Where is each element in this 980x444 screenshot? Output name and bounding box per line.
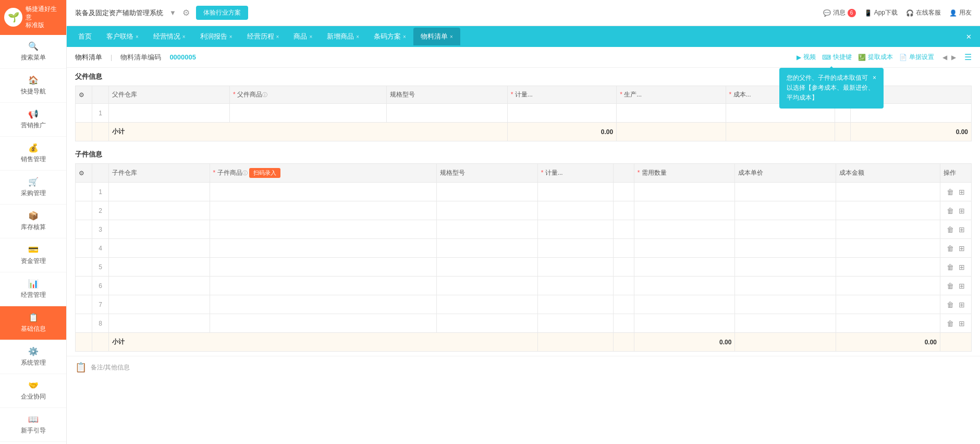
sidebar-item-system[interactable]: ⚙️系统管理 — [0, 340, 66, 374]
child-row-qty-3[interactable] — [634, 239, 735, 258]
trial-button[interactable]: 体验行业方案 — [196, 6, 248, 20]
child-row-qty-1[interactable] — [634, 201, 735, 220]
child-row-unit-4[interactable] — [537, 258, 613, 277]
child-row-unit-cost-4[interactable] — [735, 258, 836, 277]
tab-close-profit[interactable]: × — [229, 34, 232, 40]
child-row-unit-2[interactable] — [537, 220, 613, 239]
scan-button[interactable]: 扫码录入 — [249, 168, 280, 178]
child-row-product-2[interactable] — [210, 220, 437, 239]
sidebar-item-purchase[interactable]: 🛒采购管理 — [0, 171, 66, 205]
child-row-spec-2[interactable] — [437, 220, 538, 239]
sidebar-item-operations[interactable]: 📊经营管理 — [0, 272, 66, 306]
sidebar-item-basic-info[interactable]: 📋基础信息 — [0, 306, 66, 340]
system-dropdown-icon[interactable]: ▼ — [169, 9, 176, 17]
tab-customers[interactable]: 客户联络× — [99, 28, 146, 45]
gear-icon[interactable]: ⚙ — [79, 91, 84, 99]
child-row-unit-cost-0[interactable] — [735, 183, 836, 201]
child-row-unit-cost-3[interactable] — [735, 239, 836, 258]
copy-icon-7[interactable]: ⊞ — [959, 319, 965, 328]
child-gear-icon[interactable]: ⚙ — [79, 170, 84, 177]
parent-row-warehouse[interactable] — [109, 104, 230, 123]
child-row-warehouse-4[interactable] — [109, 258, 210, 277]
child-row-spec-7[interactable] — [437, 314, 538, 333]
child-row-product-4[interactable] — [210, 258, 437, 277]
copy-icon-1[interactable]: ⊞ — [959, 207, 965, 215]
copy-icon-6[interactable]: ⊞ — [959, 301, 965, 309]
copy-icon-2[interactable]: ⊞ — [959, 225, 965, 234]
child-row-warehouse-3[interactable] — [109, 239, 210, 258]
child-row-spec-0[interactable] — [437, 183, 538, 201]
child-row-product-0[interactable] — [210, 183, 437, 201]
tab-home[interactable]: 首页 — [71, 28, 99, 45]
user-item[interactable]: 👤 用友 — [949, 8, 972, 17]
parent-row-product[interactable] — [230, 104, 387, 123]
child-row-qty-4[interactable] — [634, 258, 735, 277]
child-row-unit-cost-5[interactable] — [735, 277, 836, 295]
list-view-icon[interactable]: ☰ — [964, 52, 972, 62]
tab-close-barcode[interactable]: × — [403, 34, 406, 40]
copy-icon-3[interactable]: ⊞ — [959, 244, 965, 253]
child-row-spec-4[interactable] — [437, 258, 538, 277]
copy-icon-5[interactable]: ⊞ — [959, 282, 965, 290]
child-row-qty-2[interactable] — [634, 220, 735, 239]
child-row-warehouse-6[interactable] — [109, 295, 210, 314]
child-row-warehouse-2[interactable] — [109, 220, 210, 239]
nav-arrow-right[interactable]: ▶ — [949, 53, 958, 62]
child-row-warehouse-1[interactable] — [109, 201, 210, 220]
tab-close-operations[interactable]: × — [182, 34, 186, 40]
sidebar-item-guide[interactable]: 📖新手引导 — [0, 408, 66, 442]
child-row-unit-cost-1[interactable] — [735, 201, 836, 220]
tab-operations[interactable]: 经营情况× — [146, 28, 193, 45]
child-row-qty-0[interactable] — [634, 183, 735, 201]
child-row-unit-cost-6[interactable] — [735, 295, 836, 314]
support-item[interactable]: 🎧 在线客服 — [906, 8, 941, 17]
child-row-qty-7[interactable] — [634, 314, 735, 333]
action-cost[interactable]: 💹 提取成本 — [858, 53, 893, 62]
tab-new-product[interactable]: 新增商品× — [320, 28, 366, 45]
tab-bom[interactable]: 物料清单× — [413, 28, 460, 45]
action-shortcut[interactable]: ⌨ 快捷键 — [822, 53, 852, 62]
nav-arrow-left[interactable]: ◀ — [940, 53, 949, 62]
sidebar-item-inventory[interactable]: 📦库存核算 — [0, 205, 66, 238]
child-row-product-3[interactable] — [210, 239, 437, 258]
child-row-product-6[interactable] — [210, 295, 437, 314]
tab-close-products[interactable]: × — [309, 34, 312, 40]
child-row-product-1[interactable] — [210, 201, 437, 220]
parent-row-spec[interactable] — [386, 104, 507, 123]
child-row-unit-3[interactable] — [537, 239, 613, 258]
child-row-spec-3[interactable] — [437, 239, 538, 258]
sidebar-item-finance[interactable]: 💳资金管理 — [0, 238, 66, 272]
delete-icon-5[interactable]: 🗑 — [947, 282, 954, 290]
child-row-unit-cost-7[interactable] — [735, 314, 836, 333]
copy-icon-4[interactable]: ⊞ — [959, 263, 965, 271]
parent-row-production[interactable] — [617, 104, 726, 123]
tab-close-history[interactable]: × — [276, 34, 279, 40]
copy-icon-0[interactable]: ⊞ — [959, 188, 965, 196]
tab-history[interactable]: 经营历程× — [240, 28, 287, 45]
app-download-item[interactable]: 📱 App下载 — [864, 8, 898, 17]
tab-close-bom[interactable]: × — [450, 34, 453, 40]
child-row-qty-6[interactable] — [634, 295, 735, 314]
tab-profit[interactable]: 利润报告× — [193, 28, 240, 45]
tab-close-new-product[interactable]: × — [356, 34, 359, 40]
sidebar-item-cooperation[interactable]: 🤝企业协同 — [0, 374, 66, 408]
child-row-warehouse-7[interactable] — [109, 314, 210, 333]
tab-barcode[interactable]: 条码方案× — [366, 28, 413, 45]
tab-close-customers[interactable]: × — [136, 34, 139, 40]
parent-row-unit[interactable] — [507, 104, 616, 123]
messages-item[interactable]: 💬 消息 6 — [823, 8, 856, 17]
action-video[interactable]: ▶ 视频 — [797, 53, 816, 62]
delete-icon-7[interactable]: 🗑 — [947, 319, 954, 328]
delete-icon-1[interactable]: 🗑 — [947, 207, 954, 215]
delete-icon-0[interactable]: 🗑 — [947, 188, 954, 196]
delete-icon-2[interactable]: 🗑 — [947, 225, 954, 234]
delete-icon-6[interactable]: 🗑 — [947, 301, 954, 309]
child-row-unit-6[interactable] — [537, 295, 613, 314]
child-row-spec-1[interactable] — [437, 201, 538, 220]
child-row-unit-1[interactable] — [537, 201, 613, 220]
close-tab-icon[interactable]: ✕ — [962, 33, 976, 41]
child-row-warehouse-0[interactable] — [109, 183, 210, 201]
sidebar-item-quick-nav[interactable]: 🏠快捷导航 — [0, 69, 66, 103]
child-row-qty-5[interactable] — [634, 277, 735, 295]
sidebar-item-marketing[interactable]: 📢营销推广 — [0, 103, 66, 137]
